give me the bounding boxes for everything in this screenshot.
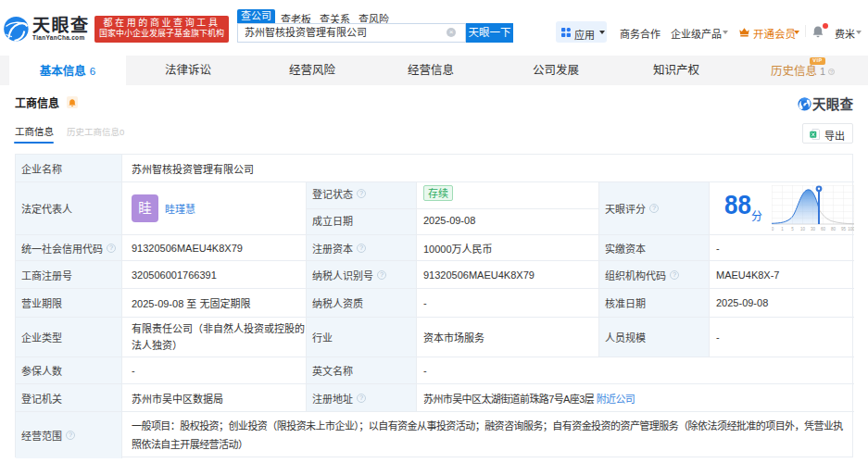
- svg-text:100: 100: [848, 227, 854, 232]
- svg-text:0: 0: [772, 227, 774, 232]
- svg-text:30: 30: [811, 227, 816, 232]
- svg-text:10: 10: [800, 227, 806, 232]
- svg-text:1: 1: [781, 227, 784, 232]
- svg-text:80: 80: [831, 227, 837, 232]
- svg-text:5: 5: [791, 227, 794, 232]
- svg-text:60: 60: [821, 227, 826, 232]
- svg-text:95: 95: [841, 227, 847, 232]
